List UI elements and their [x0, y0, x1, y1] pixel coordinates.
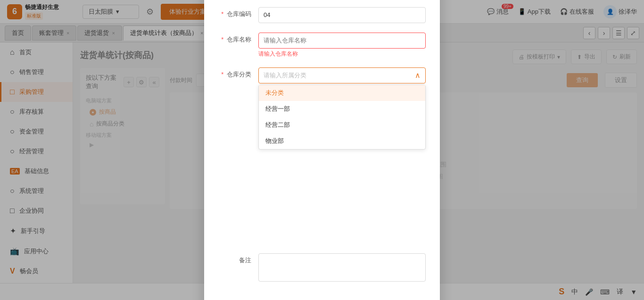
note-input[interactable] — [258, 253, 426, 282]
dropdown-item-dept2[interactable]: 经营二部 — [259, 117, 425, 133]
category-row: * 仓库分类 请输入所属分类 ∧ 未分类 经营一部 经营二部 物业部 — [218, 67, 426, 150]
dropdown-item-property[interactable]: 物业部 — [259, 133, 425, 149]
name-row: * 仓库名称 请输入仓库名称 — [218, 33, 426, 58]
name-control: 请输入仓库名称 — [258, 33, 426, 58]
category-placeholder: 请输入所属分类 — [264, 71, 306, 80]
note-label: 备注 — [218, 253, 251, 265]
name-input[interactable] — [258, 33, 426, 49]
code-row: * 仓库编码 — [218, 7, 426, 23]
dropdown-item-dept1[interactable]: 经营一部 — [259, 101, 425, 117]
note-control — [258, 253, 426, 283]
required-star-code: * — [221, 10, 223, 17]
modal-overlay: 新增仓库 × * 仓库编码 * 仓库名称 — [0, 0, 644, 300]
name-label: * 仓库名称 — [218, 33, 251, 44]
category-control: 请输入所属分类 ∧ 未分类 经营一部 经营二部 物业部 — [258, 67, 426, 150]
code-label: * 仓库编码 — [218, 7, 251, 18]
note-row: 备注 — [218, 253, 426, 283]
required-star-cat: * — [221, 71, 223, 78]
name-error-msg: 请输入仓库名称 — [258, 50, 426, 58]
dropdown-item-unclassified[interactable]: 未分类 — [259, 85, 425, 101]
category-selector[interactable]: 请输入所属分类 ∧ — [258, 67, 426, 83]
required-star-name: * — [221, 36, 223, 43]
modal-body: * 仓库编码 * 仓库名称 请输入仓库名称 — [204, 0, 440, 300]
new-warehouse-modal: 新增仓库 × * 仓库编码 * 仓库名称 — [204, 0, 440, 300]
chevron-up-icon: ∧ — [415, 71, 421, 80]
code-control — [258, 7, 426, 23]
category-dropdown: 未分类 经营一部 经营二部 物业部 — [258, 84, 426, 150]
category-label: * 仓库分类 — [218, 67, 251, 79]
code-input[interactable] — [258, 7, 426, 23]
